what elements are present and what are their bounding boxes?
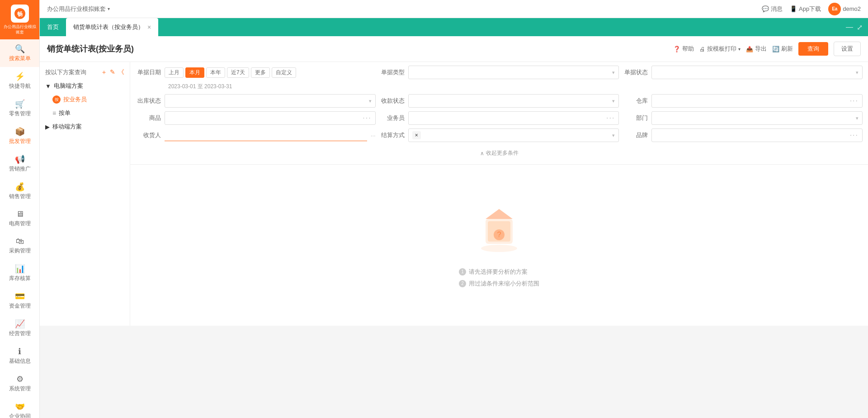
department-select[interactable]: ▾ [651, 111, 863, 125]
refresh-button[interactable]: 🔄 刷新 [772, 45, 793, 53]
sidebar-item-business[interactable]: 📈 经营管理 [0, 314, 39, 342]
sidebar-item-purchase[interactable]: 🛍 采购管理 [0, 232, 39, 259]
empty-illustration: ? [472, 201, 526, 255]
salesperson-select[interactable]: ··· [408, 111, 619, 125]
receiver-more-icon[interactable]: ··· [371, 132, 376, 139]
collapse-panel-icon[interactable]: 《 [118, 68, 124, 76]
tab-close-icon[interactable]: × [147, 24, 151, 31]
add-scheme-icon[interactable]: ＋ [101, 68, 107, 76]
filter-cell-brand: 品牌 ··· [623, 128, 863, 142]
date-btn-last-month[interactable]: 上月 [165, 67, 184, 78]
receiver-input[interactable] [165, 129, 367, 141]
tip-num-2: 2 [459, 280, 466, 287]
settle-select[interactable]: × ▾ [408, 128, 619, 142]
export-button[interactable]: 📤 导出 [746, 45, 767, 53]
sidebar-item-inventory[interactable]: 📊 库存核算 [0, 259, 39, 287]
tab-salesperson-report[interactable]: 销货单统计表（按业务员） × [66, 18, 158, 36]
tab-actions: — ⤢ [846, 23, 868, 32]
date-btn-7days[interactable]: 近7天 [227, 67, 249, 78]
collapse-filters-button[interactable]: ∧ 收起更多条件 [136, 146, 863, 161]
tip-text-2: 用过滤条件来缩小分析范围 [469, 278, 539, 290]
brand-chevron-icon: ▾ [108, 6, 110, 11]
filter-cell-receipt-status: 收款状态 ▾ [379, 94, 619, 108]
sidebar-label-sales: 销售管理 [9, 193, 31, 200]
settle-tag: × [412, 131, 421, 139]
content-body: 按以下方案查询 ＋ ✎ 《 ▼ 电脑端方案 按 按业务员 [40, 62, 868, 326]
svg-marker-5 [486, 209, 513, 219]
receipt-status-chevron: ▾ [612, 98, 615, 104]
tree-item-salesperson[interactable]: 按 按业务员 [40, 93, 130, 106]
filter-cell-out-status: 出库状态 ▾ [136, 94, 376, 108]
query-button[interactable]: 查询 [798, 42, 828, 56]
doc-status-select[interactable]: ▾ [651, 66, 863, 79]
brand-select[interactable]: ··· [651, 128, 863, 142]
out-status-chevron: ▾ [369, 98, 372, 104]
sidebar-item-ecommerce[interactable]: 🖥 电商管理 [0, 205, 39, 232]
full-page: 销货单统计表(按业务员) ❓ 帮助 🖨 按模板打印 ▾ 📤 导出 [40, 36, 868, 326]
edit-scheme-icon[interactable]: ✎ [110, 68, 115, 76]
tab-home-label: 首页 [47, 23, 59, 31]
date-btn-this-month[interactable]: 本月 [185, 67, 204, 78]
goods-dots: ··· [363, 114, 371, 122]
tab-home[interactable]: 首页 [40, 18, 66, 36]
sidebar-item-marketing[interactable]: 📢 营销推广 [0, 150, 39, 177]
sidebar-item-system[interactable]: ⚙ 系统管理 [0, 370, 39, 397]
app-icon: 📱 [790, 5, 797, 12]
svg-text:畅: 畅 [17, 11, 23, 17]
tab-expand-icon[interactable]: ⤢ [857, 23, 863, 32]
help-button[interactable]: ❓ 帮助 [673, 45, 694, 53]
department-label: 部门 [623, 114, 648, 122]
sidebar-label-ecommerce: 电商管理 [9, 220, 31, 228]
help-icon: ❓ [673, 46, 680, 52]
sidebar-item-shortcut[interactable]: ⚡ 快捷导航 [0, 67, 39, 95]
tree-item-mobile[interactable]: ▶ 移动端方案 [40, 120, 130, 133]
date-btn-custom[interactable]: 自定义 [272, 67, 296, 78]
settings-button[interactable]: 设置 [834, 42, 861, 56]
user-menu[interactable]: Ea demo2 [828, 3, 861, 15]
date-label: 单据日期 [136, 68, 161, 76]
warehouse-select[interactable]: ··· [651, 94, 863, 108]
sidebar-item-retail[interactable]: 🛒 零售管理 [0, 95, 39, 122]
brand-text: 办公用品行业模拟账套 [47, 5, 106, 13]
tree-item-by-order[interactable]: ≡ 按单 [40, 106, 130, 120]
receipt-status-select[interactable]: ▾ [408, 94, 619, 108]
settle-label: 结算方式 [379, 131, 405, 139]
filter-cell-doc-status: 单据状态 ▾ [623, 66, 863, 79]
sales-icon: 💰 [15, 182, 25, 192]
tree-item-pc[interactable]: ▼ 电脑端方案 [40, 79, 130, 93]
date-btn-this-year[interactable]: 本年 [206, 67, 225, 78]
sidebar-label-shortcut: 快捷导航 [9, 82, 31, 90]
message-label: 消息 [771, 5, 783, 13]
sidebar-item-basic[interactable]: ℹ 基础信息 [0, 342, 39, 370]
sidebar-item-wholesale[interactable]: 📦 批发管理 [0, 122, 39, 150]
sidebar-item-sales[interactable]: 💰 销售管理 [0, 177, 39, 205]
salesperson-dots: ··· [606, 114, 615, 122]
doc-status-label: 单据状态 [623, 68, 648, 76]
refresh-icon: 🔄 [772, 46, 779, 52]
settle-tag-close[interactable]: × [415, 132, 418, 138]
page: 销货单统计表(按业务员) ❓ 帮助 🖨 按模板打印 ▾ 📤 导出 [40, 36, 868, 418]
doc-type-select[interactable]: ▾ [408, 66, 619, 79]
sidebar-label-finance: 资金管理 [9, 302, 31, 310]
app-download-button[interactable]: 📱 App下载 [790, 5, 821, 13]
tab-collapse-icon[interactable]: — [846, 23, 853, 31]
filter-cell-warehouse: 仓库 ··· [623, 94, 863, 108]
message-button[interactable]: 💬 消息 [762, 5, 783, 13]
print-button[interactable]: 🖨 按模板打印 ▾ [699, 45, 741, 53]
date-range-row: 2023-03-01 至 2023-03-31 [136, 83, 863, 90]
sidebar-item-search[interactable]: 🔍 搜索菜单 [0, 39, 39, 67]
export-icon: 📤 [746, 46, 753, 52]
receipt-status-label: 收款状态 [379, 97, 405, 105]
date-btn-more[interactable]: 更多 [251, 67, 270, 78]
out-status-select[interactable]: ▾ [165, 94, 376, 108]
avatar: Ea [828, 3, 841, 15]
sidebar-item-finance[interactable]: 💳 资金管理 [0, 287, 39, 314]
goods-select[interactable]: ··· [165, 111, 376, 125]
tree-label-by-order: 按单 [59, 109, 71, 117]
filter-row-3: 商品 ··· 业务员 ··· [136, 111, 863, 125]
date-range-text: 2023-03-01 至 2023-03-31 [168, 83, 232, 90]
page-actions: ❓ 帮助 🖨 按模板打印 ▾ 📤 导出 🔄 刷新 [673, 42, 861, 56]
sidebar-item-enterprise[interactable]: 🤝 企业协同 [0, 397, 39, 418]
warehouse-label: 仓库 [623, 97, 648, 105]
tree-label-mobile: 移动端方案 [52, 123, 82, 131]
